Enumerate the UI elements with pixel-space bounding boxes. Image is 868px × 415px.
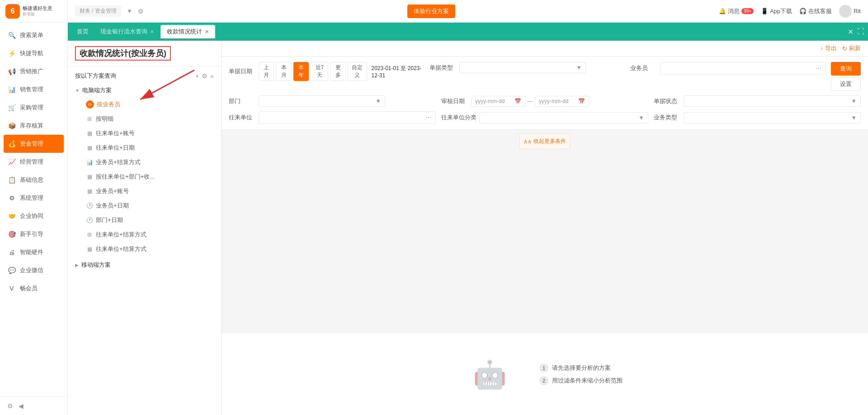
sidebar-item-search[interactable]: 🔍 搜索菜单 xyxy=(0,26,67,44)
sidebar-item-basic[interactable]: 📋 基础信息 xyxy=(0,171,67,189)
scheme-item-salesperson-date[interactable]: 🕐 业务员+日期 xyxy=(75,198,214,213)
scheme-item-label: 按明细 xyxy=(96,115,113,123)
scheme-item-label: 业务员+结算方式 xyxy=(96,158,141,166)
refresh-button[interactable]: ↻ 刷新 xyxy=(842,44,861,52)
app-download-item[interactable]: 📱 App下载 xyxy=(761,7,792,15)
scheme-item-salesperson-account[interactable]: ▦ 业务员+账号 xyxy=(75,184,214,198)
sidebar-item-label: 搜索菜单 xyxy=(20,31,43,39)
scheme-title: 按以下方案查询 xyxy=(75,72,116,80)
export-button[interactable]: ↑ 导出 xyxy=(821,44,837,52)
sidebar-item-finance[interactable]: 💰 资金管理 xyxy=(4,135,64,153)
scheme-mobile-group: ▶ 移动端方案 xyxy=(75,258,214,272)
scheme-collapse-icon[interactable]: « xyxy=(210,72,214,80)
dept-select[interactable]: ▼ xyxy=(259,95,385,107)
tab-bank-flow-label: 现金银行流水查询 xyxy=(100,28,147,36)
scheme-item-unit-settlement2[interactable]: ▦ 往来单位+结算方式 xyxy=(75,242,214,256)
sidebar-item-label: 营销推广 xyxy=(20,67,43,75)
voucher-type-select[interactable]: ▼ xyxy=(459,62,586,73)
sidebar-item-sales[interactable]: 📊 销售管理 xyxy=(0,80,67,99)
header-gear-icon[interactable]: ⚙ xyxy=(138,8,144,15)
scheme-item-salesperson-settlement[interactable]: 📊 业务员+结算方式 xyxy=(75,155,214,170)
date-custom[interactable]: 自定义 xyxy=(348,62,367,81)
voucher-type-arrow-icon: ▼ xyxy=(576,64,582,71)
empty-robot-icon: 🤖 xyxy=(467,352,512,397)
sidebar-item-wechat[interactable]: 💬 企业微信 xyxy=(0,261,67,279)
sidebar-item-label: 销售管理 xyxy=(20,85,43,94)
audit-date-label: 审核日期 xyxy=(441,97,468,105)
sidebar-item-system[interactable]: ⚙ 系统管理 xyxy=(0,189,67,207)
marketing-icon: 📢 xyxy=(7,67,16,76)
tab-collection-stats[interactable]: 收款情况统计 ✕ xyxy=(160,25,215,38)
date-more[interactable]: 更多 xyxy=(330,62,345,81)
partner-type-select[interactable]: ▼ xyxy=(479,112,648,123)
sidebar-item-label: 智能硬件 xyxy=(20,248,43,256)
voucher-status-label: 单据状态 xyxy=(654,97,681,105)
notifications-badge: 99+ xyxy=(741,8,754,14)
mobile-group-arrow: ▶ xyxy=(75,263,79,268)
notifications-label: 消息 xyxy=(728,7,740,15)
sidebar-item-enterprise[interactable]: 🤝 企业协同 xyxy=(0,207,67,225)
scheme-pc-group-title[interactable]: ▼ 电脑端方案 xyxy=(75,84,214,97)
footer-collapse-icon[interactable]: ◀ xyxy=(19,402,24,410)
tab-close-all-icon[interactable]: ✕ xyxy=(848,28,854,36)
scheme-settings-icon[interactable]: ⚙ xyxy=(202,72,208,80)
scheme-item-label: 往来单位+结算方式 xyxy=(96,231,146,239)
date-last-7[interactable]: 近7天 xyxy=(311,62,328,81)
tab-collection-stats-close[interactable]: ✕ xyxy=(205,29,209,35)
unit-dept-icon: ▦ xyxy=(86,173,93,180)
sidebar-item-operation[interactable]: 📈 经营管理 xyxy=(0,153,67,171)
tab-bank-flow[interactable]: 现金银行流水查询 ✕ xyxy=(94,25,160,38)
trial-button[interactable]: 体验行业方案 xyxy=(407,5,455,18)
sidebar-item-purchase[interactable]: 🛒 采购管理 xyxy=(0,99,67,117)
business-type-arrow-icon: ▼ xyxy=(851,114,857,121)
footer-settings-icon[interactable]: ⚙ xyxy=(7,402,13,410)
sidebar-item-member[interactable]: V 畅会员 xyxy=(0,279,67,297)
scheme-add-icon[interactable]: + xyxy=(195,72,199,80)
tab-home[interactable]: 首页 xyxy=(71,25,94,38)
partner-type-label: 往来单位分类 xyxy=(441,113,476,122)
tab-collection-stats-label: 收款情况统计 xyxy=(167,28,202,36)
sidebar-item-label: 企业协同 xyxy=(20,212,43,220)
basic-icon: 📋 xyxy=(7,175,16,184)
scheme-item-unit-account[interactable]: ▦ 往来单位+账号 xyxy=(75,126,214,141)
audit-date-from-input[interactable]: yyyy-mm-dd 📅 xyxy=(471,96,525,107)
scheme-item-by-salesperson[interactable]: ⟳ 按业务员 xyxy=(75,97,214,112)
date-this-month[interactable]: 本月 xyxy=(276,62,291,81)
user-avatar xyxy=(839,5,852,18)
wechat-icon: 💬 xyxy=(7,266,16,275)
sidebar-item-hardware[interactable]: 🖨 智能硬件 xyxy=(0,243,67,261)
date-this-year[interactable]: 本年 xyxy=(293,62,309,81)
inventory-icon: 📦 xyxy=(7,121,16,130)
partner-dots[interactable]: ··· xyxy=(426,113,432,122)
notifications-item[interactable]: 🔔 消息 99+ xyxy=(719,7,754,15)
sidebar-item-inventory[interactable]: 📦 库存核算 xyxy=(0,117,67,135)
breadcrumb-dropdown-icon[interactable]: ▼ xyxy=(127,8,132,14)
date-last-month[interactable]: 上月 xyxy=(259,62,274,81)
collapse-filter-button[interactable]: ∧∧ 收起更多条件 xyxy=(519,133,570,149)
sidebar-item-label: 畅会员 xyxy=(20,284,38,292)
audit-date-to-input[interactable]: yyyy-mm-dd 📅 xyxy=(535,96,589,107)
scheme-mobile-group-title[interactable]: ▶ 移动端方案 xyxy=(75,258,214,272)
settings-button[interactable]: 设置 xyxy=(831,77,861,91)
scheme-item-dept-date[interactable]: 🕐 部门+日期 xyxy=(75,213,214,227)
voucher-status-select[interactable]: ▼ xyxy=(684,95,861,107)
tab-bank-flow-close[interactable]: ✕ xyxy=(150,29,154,35)
business-type-select[interactable]: ▼ xyxy=(684,112,861,123)
sidebar-item-guide[interactable]: 🎯 新手引导 xyxy=(0,225,67,243)
scheme-item-label: 部门+日期 xyxy=(96,216,123,224)
scheme-item-unit-dept-recv[interactable]: ▦ 按往来单位+部门+收... xyxy=(75,170,214,184)
scheme-item-unit-date[interactable]: ▦ 往来单位+日期 xyxy=(75,141,214,155)
scheme-item-by-detail[interactable]: ⊞ 按明细 xyxy=(75,112,214,126)
scheme-item-unit-settlement1[interactable]: ⊞ 往来单位+结算方式 xyxy=(75,227,214,242)
export-label: 导出 xyxy=(825,44,837,52)
tab-maximize-icon[interactable]: ⛶ xyxy=(857,28,864,36)
sidebar-item-quicknav[interactable]: ⚡ 快捷导航 xyxy=(0,44,67,62)
quicknav-icon: ⚡ xyxy=(7,49,16,58)
online-service-item[interactable]: 🎧 在线客服 xyxy=(799,7,832,15)
salesperson-dots[interactable]: ··· xyxy=(816,64,821,72)
user-item[interactable]: Rit xyxy=(839,5,861,18)
unit-settlement2-icon: ▦ xyxy=(86,245,93,253)
query-button[interactable]: 查询 xyxy=(831,62,861,75)
scheme-item-label: 往来单位+账号 xyxy=(96,129,135,137)
sidebar-item-marketing[interactable]: 📢 营销推广 xyxy=(0,62,67,80)
